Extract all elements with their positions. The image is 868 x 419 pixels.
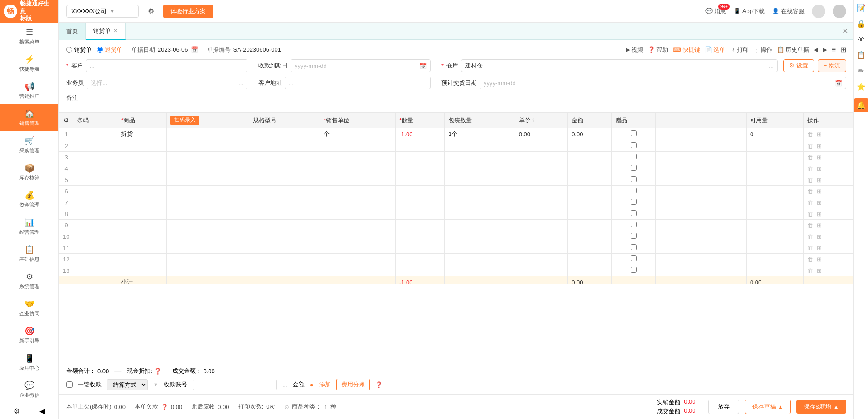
sidebar-item-wechat[interactable]: 💬 企业微信: [0, 376, 58, 403]
row-copy-icon[interactable]: ⊞: [817, 233, 822, 240]
row-gift[interactable]: [612, 174, 656, 186]
sidebar-item-sales-mgmt[interactable]: 🏠 销售管理: [0, 104, 58, 131]
row-pkg-qty[interactable]: [445, 174, 515, 186]
tab-home[interactable]: 首页: [59, 23, 86, 40]
add-button[interactable]: 添加: [319, 380, 331, 389]
row-copy-icon[interactable]: ⊞: [817, 154, 822, 161]
row-pkg-qty[interactable]: [445, 242, 515, 254]
row-qty[interactable]: [395, 208, 444, 220]
row-barcode[interactable]: [73, 186, 117, 197]
row-amount[interactable]: [568, 186, 612, 197]
rp-icon-4[interactable]: 📋: [857, 51, 866, 59]
company-selector[interactable]: XXXXXX公司 ▼: [66, 5, 139, 18]
toolbar-view-grid[interactable]: ⊞: [840, 45, 846, 54]
customer-addr-input[interactable]: ...: [285, 77, 431, 89]
row-spec[interactable]: [249, 208, 320, 220]
row-spec[interactable]: [249, 140, 320, 152]
message-button[interactable]: 💬 消息 99+: [705, 7, 726, 15]
toolbar-nav-prev[interactable]: ◀: [814, 46, 818, 53]
row-delete-icon[interactable]: 🗑: [807, 131, 813, 138]
row-unit-price[interactable]: [515, 174, 567, 186]
row-barcode[interactable]: [73, 140, 117, 152]
row-amount[interactable]: [568, 140, 612, 152]
row-pkg-qty[interactable]: [445, 186, 515, 197]
row-product[interactable]: [117, 208, 166, 220]
row-product[interactable]: 拆货: [117, 128, 166, 140]
row-unit-price[interactable]: [515, 254, 567, 265]
row-amount[interactable]: [568, 152, 612, 163]
row-qty[interactable]: [395, 231, 444, 242]
row-copy-icon[interactable]: ⊞: [817, 211, 822, 217]
row-amount[interactable]: [568, 242, 612, 254]
row-qty[interactable]: [395, 197, 444, 208]
row-unit-price[interactable]: [515, 231, 567, 242]
row-spec[interactable]: [249, 197, 320, 208]
app-download-button[interactable]: 📱 App下载: [733, 7, 765, 15]
row-amount[interactable]: [568, 163, 612, 174]
row-gift[interactable]: [612, 128, 656, 140]
row-qty[interactable]: [395, 163, 444, 174]
radio-sales-order[interactable]: 销货单: [66, 46, 92, 54]
row-gift[interactable]: [612, 163, 656, 174]
expense-split-button[interactable]: 费用分摊: [336, 379, 370, 390]
row-pkg-qty[interactable]: 1个: [445, 128, 515, 140]
row-delete-icon[interactable]: 🗑: [807, 256, 813, 263]
salesperson-input[interactable]: 选择... ...: [87, 77, 247, 89]
row-spec[interactable]: [249, 186, 320, 197]
row-qty[interactable]: [395, 174, 444, 186]
tab-bar-expand[interactable]: ✕: [842, 27, 853, 35]
row-gift[interactable]: [612, 208, 656, 220]
payment-due-input[interactable]: yyyy-mm-dd 📅: [291, 59, 431, 72]
toolbar-view-list[interactable]: ≡: [832, 46, 836, 54]
payment-due-calendar-icon[interactable]: 📅: [419, 63, 427, 69]
row-unit[interactable]: [320, 265, 395, 276]
row-spec[interactable]: [249, 174, 320, 186]
row-unit-price[interactable]: [515, 242, 567, 254]
setting-button[interactable]: ⚙ 设置: [783, 59, 814, 72]
row-amount[interactable]: [568, 174, 612, 186]
row-delete-icon[interactable]: 🗑: [807, 143, 813, 149]
row-copy-icon[interactable]: ⊞: [817, 188, 822, 195]
sidebar-item-biz-mgmt[interactable]: 📊 经营管理: [0, 213, 58, 240]
row-copy-icon[interactable]: ⊞: [817, 199, 822, 206]
rp-icon-3[interactable]: 👁: [858, 35, 865, 43]
toolbar-nav-next[interactable]: ▶: [823, 46, 827, 53]
row-product[interactable]: [117, 197, 166, 208]
row-qty[interactable]: [395, 220, 444, 231]
row-pkg-qty[interactable]: [445, 208, 515, 220]
row-spec[interactable]: [249, 254, 320, 265]
row-barcode[interactable]: [73, 242, 117, 254]
draft-dropdown-icon[interactable]: ▲: [778, 404, 784, 410]
row-copy-icon[interactable]: ⊞: [817, 131, 822, 138]
toolbar-video[interactable]: ▶ 视频: [626, 46, 643, 54]
calendar-icon[interactable]: 📅: [191, 46, 198, 53]
row-delete-icon[interactable]: 🗑: [807, 222, 813, 229]
row-unit[interactable]: [320, 231, 395, 242]
row-amount[interactable]: [568, 265, 612, 276]
row-barcode[interactable]: [73, 265, 117, 276]
toolbar-operation[interactable]: ⋮ 操作: [753, 46, 772, 54]
row-unit[interactable]: [320, 208, 395, 220]
th-settings[interactable]: ⚙: [59, 113, 73, 128]
row-barcode[interactable]: [73, 174, 117, 186]
row-barcode[interactable]: [73, 254, 117, 265]
row-product[interactable]: [117, 254, 166, 265]
row-unit-price[interactable]: [515, 197, 567, 208]
sidebar-item-app-center[interactable]: 📱 应用中心: [0, 349, 58, 376]
row-product[interactable]: [117, 140, 166, 152]
row-unit-price[interactable]: [515, 186, 567, 197]
sidebar-item-enterprise[interactable]: 🤝 企业协同: [0, 294, 58, 322]
row-delete-icon[interactable]: 🗑: [807, 154, 813, 161]
row-unit[interactable]: [320, 152, 395, 163]
row-unit-price[interactable]: [515, 265, 567, 276]
cash-discount-info[interactable]: ❓: [154, 368, 161, 375]
row-qty[interactable]: [395, 242, 444, 254]
row-spec[interactable]: [249, 128, 320, 140]
row-delete-icon[interactable]: 🗑: [807, 165, 813, 172]
row-unit[interactable]: [320, 174, 395, 186]
row-unit-price[interactable]: [515, 140, 567, 152]
row-copy-icon[interactable]: ⊞: [817, 256, 822, 263]
row-barcode[interactable]: [73, 163, 117, 174]
sidebar-item-marketing[interactable]: 📢 营销推广: [0, 77, 58, 104]
row-amount[interactable]: [568, 220, 612, 231]
